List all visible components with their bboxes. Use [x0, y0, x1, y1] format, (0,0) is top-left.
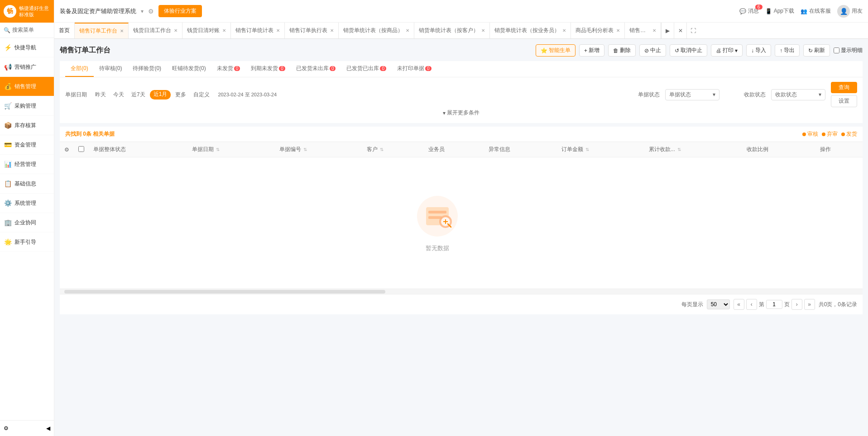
dropdown-icon[interactable]: ▾: [141, 8, 144, 14]
add-button[interactable]: + 新增: [579, 44, 604, 57]
tab-close-icon[interactable]: ✕: [222, 28, 226, 33]
select-all-checkbox[interactable]: [78, 146, 84, 152]
cancel-review-action-btn[interactable]: 弃审: [822, 130, 838, 138]
query-button[interactable]: 查询: [831, 82, 857, 93]
message-icon-item[interactable]: 💬 6 消息: [739, 7, 759, 15]
tab-sales-sum-customer[interactable]: 销货单统计表（按客户） ✕: [414, 23, 490, 39]
tab-maximize[interactable]: ⛶: [686, 23, 699, 39]
sidebar: 畅 畅捷通好生意 标准版 🔍 搜索菜单 ⚡ 快捷导航 📢 营销推广 💰 销售管理…: [0, 0, 54, 436]
date-btn-custom[interactable]: 自定义: [191, 90, 212, 100]
tab-close-icon[interactable]: ✕: [652, 28, 656, 33]
show-detail-checkbox[interactable]: [834, 47, 839, 53]
sidebar-item-marketing[interactable]: 📢 营销推广: [0, 57, 54, 77]
tab-close-icon[interactable]: ✕: [174, 28, 177, 33]
tab-sales-exec[interactable]: 销售订单执行表 ✕: [285, 23, 339, 39]
online-service-item[interactable]: 👥 在线客服: [801, 7, 831, 15]
date-btn-1month[interactable]: 近1月: [150, 90, 171, 100]
tab-cash-daily[interactable]: 钱货日清对账 ✕: [182, 23, 231, 39]
tab-sales-workbench[interactable]: 销售订单工作台 ✕: [75, 23, 129, 39]
next-page-btn[interactable]: ›: [791, 299, 802, 310]
sub-tab-not-shipped[interactable]: 未发货0: [211, 61, 246, 77]
collapse-icon[interactable]: ◀: [46, 425, 50, 431]
tab-close-icon[interactable]: ✕: [406, 28, 409, 33]
sidebar-item-purchase[interactable]: 🛒 采购管理: [0, 96, 54, 116]
expand-filter-button[interactable]: ▾ 展开更多条件: [65, 107, 857, 118]
tab-sales-sum-staff[interactable]: 销货单统计表（按业务员） ✕: [490, 23, 571, 39]
sidebar-search[interactable]: 🔍 搜索菜单: [0, 23, 54, 38]
tab-scroll-right[interactable]: ▶: [661, 23, 674, 39]
user-item[interactable]: 👤 用友: [837, 5, 863, 18]
first-page-btn[interactable]: «: [734, 299, 744, 310]
page-number-input[interactable]: [766, 300, 782, 309]
settings-icon[interactable]: ⚙: [4, 425, 9, 431]
sub-tab-all[interactable]: 全部(0): [65, 61, 94, 77]
refresh-button[interactable]: ↻ 刷新: [803, 44, 830, 57]
sub-tab-not-printed[interactable]: 未打印单据0: [392, 61, 437, 77]
last-page-btn[interactable]: »: [804, 299, 815, 310]
total-info: 共0页，0条记录: [819, 301, 857, 308]
smart-create-button[interactable]: ⭐ 智能生单: [536, 44, 575, 57]
col-header-settings[interactable]: ⚙: [60, 142, 74, 157]
import-button[interactable]: ↓ 导入: [746, 44, 771, 57]
status-select[interactable]: 单据状态 ▾: [665, 89, 719, 100]
sidebar-item-quick-nav[interactable]: ⚡ 快捷导航: [0, 38, 54, 57]
sub-tab-shipped-out[interactable]: 已发货已出库0: [341, 61, 392, 77]
per-page-select[interactable]: 50 100 200: [707, 299, 730, 309]
tab-sales-more[interactable]: 销售毛利 ✕: [625, 23, 661, 39]
tab-home[interactable]: 首页: [54, 23, 75, 39]
cancel-stop-button[interactable]: ↺ 取消中止: [670, 44, 707, 57]
date-btn-more[interactable]: 更多: [173, 90, 189, 100]
col-header-checkbox[interactable]: [74, 142, 89, 157]
payment-select[interactable]: 收款状态 ▾: [771, 89, 825, 100]
scroll-area[interactable]: [60, 289, 863, 294]
col-header-amount[interactable]: 订单金额 ⇅: [557, 142, 644, 157]
prev-page-btn[interactable]: ‹: [746, 299, 757, 310]
tab-close-icon[interactable]: ✕: [616, 28, 620, 33]
sidebar-item-basic-info[interactable]: 📋 基础信息: [0, 174, 54, 194]
print-button[interactable]: 🖨 打印 ▾: [711, 44, 743, 57]
tab-close-icon[interactable]: ✕: [481, 28, 485, 33]
stop-button[interactable]: ⊘ 中止: [639, 44, 666, 57]
tab-close-icon[interactable]: ✕: [562, 28, 566, 33]
tab-close-icon[interactable]: ✕: [276, 28, 280, 33]
col-header-collected[interactable]: 累计收款... ⇅: [644, 142, 743, 157]
sub-tab-overdue[interactable]: 到期未发货0: [245, 61, 291, 77]
refresh-icon: ↻: [808, 47, 813, 54]
col-header-date[interactable]: 单据日期 ⇅: [187, 142, 275, 157]
sidebar-item-operations[interactable]: 📊 经营管理: [0, 155, 54, 174]
tab-close-all[interactable]: ✕: [674, 23, 686, 39]
sub-tab-pending-review[interactable]: 待审核(0): [94, 61, 128, 77]
solution-button[interactable]: 体验行业方案: [158, 5, 202, 17]
date-btn-7days[interactable]: 近7天: [129, 90, 148, 100]
col-header-number[interactable]: 单据编号 ⇅: [275, 142, 362, 157]
sub-tab-wangpu[interactable]: 旺铺待发货(0): [167, 61, 211, 77]
sidebar-item-inventory[interactable]: 📦 库存核算: [0, 116, 54, 135]
date-btn-today[interactable]: 今天: [110, 90, 127, 100]
sub-tab-pending-inspect[interactable]: 待择验货(0): [127, 61, 167, 77]
sidebar-item-new-guide[interactable]: 🌟 新手引导: [0, 232, 54, 252]
sub-tab-shipped-not-out[interactable]: 已发货未出库0: [291, 61, 341, 77]
sidebar-item-finance[interactable]: 💳 资金管理: [0, 135, 54, 155]
review-action-btn[interactable]: 审核: [802, 130, 818, 138]
delete-button[interactable]: 🗑 删除: [608, 44, 636, 57]
app-download-item[interactable]: 📱 App下载: [765, 7, 794, 15]
tab-gross-analysis[interactable]: 商品毛利分析表 ✕: [571, 23, 625, 39]
sidebar-item-system[interactable]: ⚙️ 系统管理: [0, 194, 54, 213]
header-actions: ⭐ 智能生单 + 新增 🗑 删除 ⊘ 中止 ↺ 取消中止: [536, 44, 863, 57]
tab-sales-stats[interactable]: 销售订单统计表 ✕: [231, 23, 285, 39]
scroll-thumb[interactable]: [64, 290, 385, 294]
date-btn-yesterday[interactable]: 昨天: [92, 90, 109, 100]
export-button[interactable]: ↑ 导出: [775, 44, 800, 57]
show-detail-checkbox-label[interactable]: 显示明细: [834, 47, 863, 54]
tab-sales-sum-product[interactable]: 销货单统计表（按商品） ✕: [339, 23, 414, 39]
sidebar-item-sales[interactable]: 💰 销售管理: [0, 77, 54, 96]
system-icon: ⚙️: [4, 199, 12, 207]
col-header-customer[interactable]: 客户 ⇅: [362, 142, 424, 157]
ship-action-btn[interactable]: 发货: [841, 130, 857, 138]
gear-icon[interactable]: ⚙: [148, 8, 154, 15]
tab-cashier-daily[interactable]: 钱货日清工作台 ✕: [129, 23, 182, 39]
setting-button[interactable]: 设置: [831, 95, 857, 107]
sidebar-item-enterprise[interactable]: 🏢 企业协同: [0, 213, 54, 232]
tab-close-icon[interactable]: ✕: [120, 28, 124, 33]
tab-close-icon[interactable]: ✕: [330, 28, 334, 33]
